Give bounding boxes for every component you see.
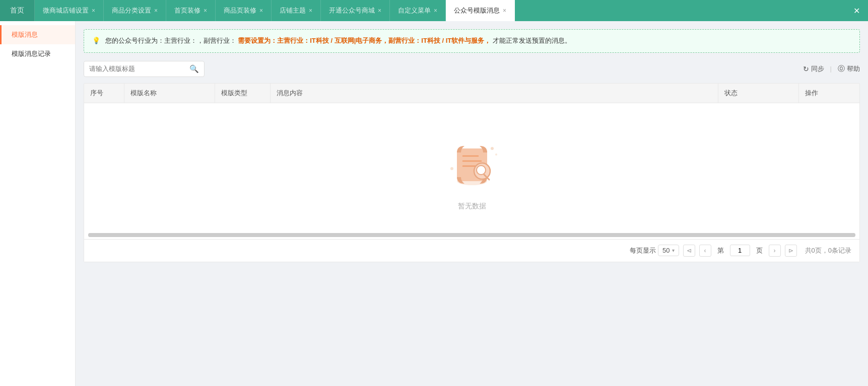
tab-template-message[interactable]: 公众号模版消息 × (446, 0, 515, 21)
th-status: 状态 (718, 84, 799, 103)
search-input-wrap: 🔍 (84, 61, 205, 77)
sync-button[interactable]: ↻ 同步 (803, 64, 824, 73)
search-button[interactable]: 🔍 (184, 61, 204, 76)
next-page-icon: › (774, 247, 776, 254)
prev-page-icon: ‹ (704, 247, 706, 254)
close-home-decoration[interactable]: × (204, 7, 207, 14)
close-store-theme[interactable]: × (309, 7, 312, 14)
pagination: 每页显示 50 ▾ ⊲ ‹ 第 页 › (84, 239, 859, 262)
notice-suffix: 才能正常发送预置的消息。 (493, 37, 571, 44)
page-size-value: 50 (662, 247, 670, 254)
sync-label: 同步 (811, 64, 824, 73)
tab-category-settings-label: 商品分类设置 (112, 6, 151, 15)
empty-text: 暂无数据 (458, 202, 486, 211)
sync-icon: ↻ (803, 65, 809, 73)
tab-open-wechat-mall[interactable]: 开通公众号商城 × (321, 0, 390, 21)
close-product-decoration[interactable]: × (259, 7, 263, 14)
sidebar-item-template-msg[interactable]: 模版消息 (0, 25, 75, 44)
tab-bar-close-all[interactable]: ✕ (845, 6, 868, 16)
page-size-box[interactable]: 50 ▾ (658, 245, 679, 256)
tab-home[interactable]: 首页 (0, 0, 35, 21)
close-custom-menu[interactable]: × (434, 7, 437, 14)
th-content: 消息内容 (271, 84, 718, 103)
table-header: 序号 模版名称 模版类型 消息内容 状态 操作 (84, 84, 859, 103)
divider: | (830, 65, 832, 72)
help-label: 帮助 (847, 64, 860, 73)
close-store-settings[interactable]: × (92, 7, 95, 14)
close-template-message[interactable]: × (503, 7, 506, 14)
th-action: 操作 (799, 84, 859, 103)
tab-custom-menu[interactable]: 自定义菜单 × (390, 0, 446, 21)
main-layout: 模版消息 模版消息记录 💡 您的公众号行业为：主营行业：，副营行业： 需要设置为… (0, 21, 868, 386)
help-icon: ⓪ (838, 64, 845, 73)
tab-custom-menu-label: 自定义菜单 (398, 6, 431, 15)
table-container: 序号 模版名称 模版类型 消息内容 状态 操作 (84, 83, 860, 262)
last-page-button[interactable]: ⊳ (785, 245, 797, 257)
tab-home-decoration[interactable]: 首页装修 × (166, 0, 216, 21)
total-info: 共0页，0条记录 (805, 246, 851, 255)
close-category-settings[interactable]: × (154, 7, 158, 14)
search-input[interactable] (84, 62, 184, 75)
empty-state: 暂无数据 (84, 103, 859, 231)
first-page-icon: ⊲ (687, 247, 692, 254)
first-page-button[interactable]: ⊲ (683, 245, 695, 257)
page-size-select: 每页显示 50 ▾ (630, 245, 679, 256)
notice-banner: 💡 您的公众号行业为：主营行业：，副营行业： 需要设置为：主营行业：IT科技 /… (84, 29, 860, 53)
notice-highlight: 需要设置为：主营行业：IT科技 / 互联网|电子商务，副营行业：IT科技 / I… (238, 37, 491, 44)
scrollbar-track[interactable] (88, 233, 855, 237)
sidebar-item-template-msg-label: 模版消息 (12, 31, 38, 38)
tab-template-message-label: 公众号模版消息 (454, 6, 500, 15)
page-size-chevron-icon: ▾ (672, 248, 675, 253)
main-content: 💡 您的公众号行业为：主营行业：，副营行业： 需要设置为：主营行业：IT科技 /… (76, 21, 868, 386)
svg-point-6 (477, 166, 486, 175)
th-index: 序号 (84, 84, 124, 103)
notice-icon: 💡 (92, 37, 100, 44)
th-name: 模版名称 (124, 84, 215, 103)
tab-home-label: 首页 (10, 6, 24, 15)
tab-home-decoration-label: 首页装修 (174, 6, 201, 15)
notice-prefix: 您的公众号行业为：主营行业：，副营行业： (105, 37, 236, 44)
tab-bar: 首页 微商城店铺设置 × 商品分类设置 × 首页装修 × 商品页装修 × 店铺主… (0, 0, 868, 21)
tab-store-theme-label: 店铺主题 (280, 6, 306, 15)
svg-point-9 (495, 153, 497, 156)
page-size-label: 每页显示 (630, 246, 656, 255)
page-prefix: 第 (717, 246, 724, 255)
page-number-input[interactable] (730, 245, 750, 256)
tab-store-theme[interactable]: 店铺主题 × (272, 0, 321, 21)
search-icon: 🔍 (189, 64, 199, 73)
help-button[interactable]: ⓪ 帮助 (838, 64, 860, 73)
svg-point-10 (450, 167, 453, 170)
next-page-button[interactable]: › (769, 245, 781, 257)
sidebar-item-template-msg-record-label: 模版消息记录 (12, 50, 51, 57)
empty-illustration (442, 133, 502, 194)
close-open-wechat-mall[interactable]: × (378, 7, 381, 14)
tab-open-wechat-mall-label: 开通公众号商城 (329, 6, 375, 15)
sidebar-item-template-msg-record[interactable]: 模版消息记录 (0, 44, 75, 63)
tab-category-settings[interactable]: 商品分类设置 × (104, 0, 166, 21)
tab-store-settings[interactable]: 微商城店铺设置 × (35, 0, 104, 21)
tab-product-decoration[interactable]: 商品页装修 × (216, 0, 272, 21)
tab-product-decoration-label: 商品页装修 (224, 6, 256, 15)
tab-store-settings-label: 微商城店铺设置 (43, 6, 89, 15)
sidebar: 模版消息 模版消息记录 (0, 21, 76, 386)
search-bar: 🔍 ↻ 同步 | ⓪ 帮助 (84, 61, 860, 77)
search-actions: ↻ 同步 | ⓪ 帮助 (803, 64, 860, 73)
last-page-icon: ⊳ (788, 247, 793, 254)
page-unit: 页 (756, 246, 763, 255)
scrollbar-row (84, 231, 859, 239)
scrollbar-thumb[interactable] (88, 233, 855, 237)
prev-page-button[interactable]: ‹ (699, 245, 711, 257)
svg-point-8 (491, 147, 494, 150)
th-type: 模版类型 (215, 84, 271, 103)
